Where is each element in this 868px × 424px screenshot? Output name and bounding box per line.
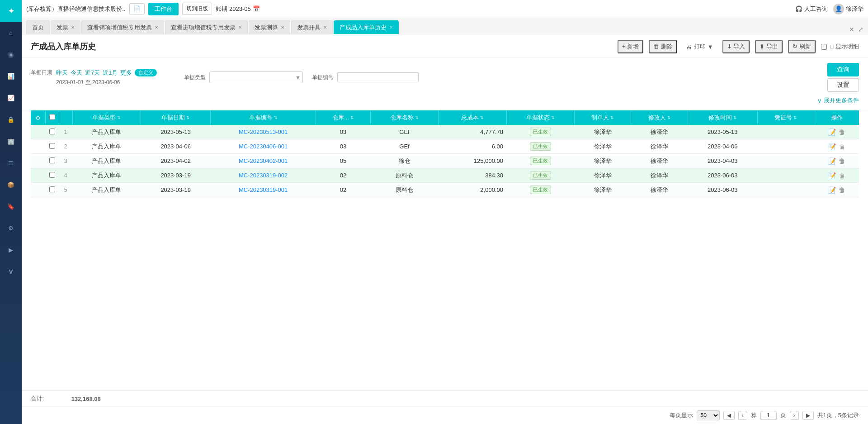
sidebar-item-doc[interactable]: ▣ <box>0 43 22 65</box>
edit-icon-1[interactable]: 📝 <box>828 129 836 136</box>
sidebar-item-chart[interactable]: 📊 <box>0 65 22 87</box>
row-checkbox-3[interactable] <box>49 157 55 163</box>
cell-number-3[interactable]: MC-20230402-001 <box>211 154 316 168</box>
last-page-button[interactable]: ▶ <box>802 411 814 420</box>
first-page-button[interactable]: ◀ <box>723 411 735 420</box>
cell-checkbox-2[interactable] <box>45 139 59 154</box>
tab-check-input-vat[interactable]: 查看进项增值税专用发票 ✕ <box>165 20 248 34</box>
row-checkbox-5[interactable] <box>49 186 55 192</box>
workbench-button[interactable]: 工作台 <box>148 3 179 15</box>
type-filter-select[interactable]: 产品入库单 <box>212 73 293 82</box>
sidebar-item-v[interactable]: V <box>0 261 22 282</box>
refresh-button[interactable]: ↻ 刷新 <box>788 40 816 53</box>
th-checkbox[interactable] <box>45 110 59 125</box>
new-button[interactable]: + 新增 <box>618 40 643 53</box>
cell-number-5[interactable]: MC-20230319-001 <box>211 183 316 197</box>
th-date[interactable]: 单据日期 ⇅ <box>141 110 210 125</box>
delete-icon-5[interactable]: 🗑 <box>839 186 845 194</box>
tab-invoice-open-close[interactable]: ✕ <box>323 25 327 30</box>
th-creator[interactable]: 制单人 ⇅ <box>575 110 631 125</box>
tab-invoice-calc-close[interactable]: ✕ <box>281 25 284 30</box>
switch-version-button[interactable]: 切到旧版 <box>182 3 212 15</box>
import-button[interactable]: ⬇ 导入 <box>722 40 750 53</box>
sidebar-item-org[interactable]: 🏢 <box>0 130 22 152</box>
tab-product-history[interactable]: 产成品入库单历史 ✕ <box>334 20 399 34</box>
tab-check-input-vat-close[interactable]: ✕ <box>238 25 242 30</box>
delete-button[interactable]: 🗑 删除 <box>649 40 677 53</box>
expand-filter-btn[interactable]: ∨ 展开更多条件 <box>817 96 859 105</box>
sidebar-item-settings2[interactable]: ⚙ <box>0 217 22 239</box>
row-checkbox-4[interactable] <box>49 172 55 178</box>
edit-icon-4[interactable]: 📝 <box>828 172 836 179</box>
sidebar-item-home[interactable]: ⌂ <box>0 22 22 43</box>
user-menu[interactable]: 👤 徐泽华 <box>833 4 863 14</box>
tab-product-history-close[interactable]: ✕ <box>389 25 393 30</box>
shortcut-today[interactable]: 今天 <box>71 69 82 77</box>
th-number[interactable]: 单据编号 ⇅ <box>211 110 316 125</box>
print-button[interactable]: 🖨 打印 ▼ <box>683 41 717 52</box>
company-name[interactable]: (库存核算）直播轻绕通信息技术股份... ▼ <box>26 5 126 13</box>
delete-icon-1[interactable]: 🗑 <box>839 129 845 136</box>
row-checkbox-2[interactable] <box>49 143 55 149</box>
tab-invoice-calc[interactable]: 发票测算 ✕ <box>249 20 290 34</box>
sidebar-item-inventory[interactable]: 📦 <box>0 174 22 195</box>
shortcut-custom[interactable]: 自定义 <box>135 69 157 76</box>
filter-area: 单据日期 昨天 今天 近7天 近1月 更多 自定义 2023-01-01 至 2… <box>22 57 868 110</box>
edit-icon-3[interactable]: 📝 <box>828 157 836 165</box>
cell-number-2[interactable]: MC-20230406-001 <box>211 139 316 154</box>
export-button[interactable]: ⬆ 导出 <box>755 40 783 53</box>
display-toggle[interactable]: □ 显示明细 <box>821 43 859 51</box>
delete-icon-4[interactable]: 🗑 <box>839 172 845 179</box>
tab-invoice-close[interactable]: ✕ <box>71 25 75 30</box>
th-modify-time[interactable]: 修改时间 ⇅ <box>688 110 757 125</box>
tab-check-sales-vat-close[interactable]: ✕ <box>155 25 158 30</box>
row-checkbox-1[interactable] <box>49 129 55 134</box>
help-link[interactable]: 🎧 人工咨询 <box>795 5 828 13</box>
cell-checkbox-4[interactable] <box>45 168 59 183</box>
cell-number-1[interactable]: MC-20230513-001 <box>211 125 316 139</box>
th-warehouse-name[interactable]: 仓库名称 ⇅ <box>371 110 439 125</box>
select-all-checkbox[interactable] <box>49 114 55 120</box>
sidebar-item-list[interactable]: ☰ <box>0 152 22 174</box>
page-number-input[interactable] <box>760 411 777 420</box>
th-total-cost[interactable]: 总成本 ⇅ <box>438 110 507 125</box>
query-button[interactable]: 查询 <box>827 63 859 76</box>
app-logo[interactable]: ✦ <box>0 0 22 22</box>
delete-icon-3[interactable]: 🗑 <box>839 157 845 165</box>
tab-close-all-icon[interactable]: ✕ <box>849 26 854 33</box>
th-settings[interactable]: ⚙ <box>31 110 45 125</box>
calendar-icon[interactable]: 📅 <box>253 5 260 12</box>
sidebar-item-stamp[interactable]: 🔖 <box>0 195 22 217</box>
shortcut-yesterday[interactable]: 昨天 <box>56 69 68 77</box>
sidebar-item-lock[interactable]: 🔒 <box>0 109 22 130</box>
cell-checkbox-5[interactable] <box>45 183 59 197</box>
edit-icon-5[interactable]: 📝 <box>828 186 836 194</box>
sidebar-item-play[interactable]: ▶ <box>0 239 22 261</box>
tab-invoice-open[interactable]: 发票开具 ✕ <box>291 20 333 34</box>
set-button[interactable]: 设置 <box>827 78 859 92</box>
cell-number-4[interactable]: MC-20230319-002 <box>211 168 316 183</box>
tab-expand-icon[interactable]: ⤢ <box>858 26 863 33</box>
th-warehouse-code[interactable]: 仓库... ⇅ <box>316 110 370 125</box>
prev-page-button[interactable]: ‹ <box>738 411 747 420</box>
th-voucher[interactable]: 凭证号 ⇅ <box>757 110 814 125</box>
th-status[interactable]: 单据状态 ⇅ <box>507 110 575 125</box>
tab-home[interactable]: 首页 <box>26 20 50 34</box>
th-modifier[interactable]: 修改人 ⇅ <box>631 110 688 125</box>
delete-icon-2[interactable]: 🗑 <box>839 143 845 150</box>
doc-button[interactable]: 📄 <box>129 3 145 14</box>
next-page-button[interactable]: › <box>790 411 799 420</box>
display-toggle-checkbox[interactable] <box>821 44 827 50</box>
cell-checkbox-1[interactable] <box>45 125 59 139</box>
number-filter-input[interactable] <box>337 72 419 82</box>
shortcut-7days[interactable]: 近7天 <box>85 69 100 77</box>
th-type[interactable]: 单据类型 ⇅ <box>72 110 141 125</box>
shortcut-more[interactable]: 更多 <box>120 69 132 77</box>
tab-invoice[interactable]: 发票 ✕ <box>51 20 80 34</box>
per-page-select[interactable]: 10 20 50 100 <box>697 410 720 420</box>
edit-icon-2[interactable]: 📝 <box>828 143 836 150</box>
shortcut-1month[interactable]: 近1月 <box>103 69 118 77</box>
sidebar-item-analysis[interactable]: 📈 <box>0 87 22 109</box>
tab-check-sales-vat[interactable]: 查看销项增值税专用发票 ✕ <box>81 20 164 34</box>
cell-checkbox-3[interactable] <box>45 154 59 168</box>
